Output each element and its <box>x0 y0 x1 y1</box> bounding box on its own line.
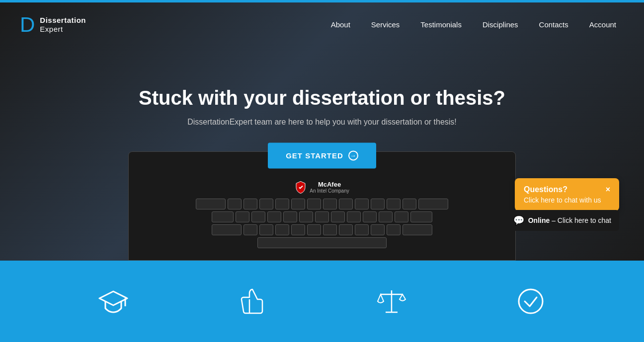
key <box>259 199 273 209</box>
mcafee-name: McAfee <box>310 181 349 188</box>
spacebar-key <box>257 237 387 248</box>
key <box>283 211 297 222</box>
get-started-arrow-icon: → <box>348 150 358 160</box>
key <box>307 224 321 235</box>
chat-online-label: Online <box>528 216 550 224</box>
chat-click-text: Click here to chat <box>558 216 611 224</box>
key <box>363 211 377 222</box>
chat-separator: – <box>550 216 558 224</box>
nav-link-about[interactable]: About <box>323 16 358 33</box>
nav-item-testimonials: Testimonials <box>412 20 470 29</box>
chat-bubble-icon: 💬 <box>513 215 524 226</box>
checkmark-circle-icon <box>515 285 547 317</box>
key <box>355 224 369 235</box>
mcafee-text-block: McAfee An Intel Company <box>310 181 349 194</box>
key <box>236 211 249 222</box>
scales-icon <box>376 285 407 317</box>
key <box>387 199 401 209</box>
key <box>402 224 432 235</box>
key <box>355 199 369 209</box>
key <box>379 211 393 222</box>
nav-item-contacts: Contacts <box>531 20 576 29</box>
key <box>212 224 242 235</box>
chat-popup-title: Questions? <box>524 185 567 194</box>
key <box>410 211 432 222</box>
nav-link-contacts[interactable]: Contacts <box>531 16 576 33</box>
logo-link[interactable]: D Dissertation Expert <box>20 14 86 35</box>
features-section <box>0 261 644 342</box>
key <box>347 211 361 222</box>
key <box>267 211 281 222</box>
chat-popup[interactable]: Questions? × Click here to chat with us <box>515 178 619 211</box>
thumbs-up-icon <box>237 285 268 317</box>
key <box>299 211 313 222</box>
nav-link-disciplines[interactable]: Disciplines <box>475 16 526 33</box>
key <box>331 211 345 222</box>
nav-link-testimonials[interactable]: Testimonials <box>412 16 470 33</box>
key <box>323 199 337 209</box>
nav-item-about: About <box>323 20 358 29</box>
key <box>243 224 257 235</box>
svg-point-6 <box>519 289 543 313</box>
svg-marker-0 <box>99 291 127 305</box>
get-started-button[interactable]: GET STARTED → <box>268 142 376 168</box>
logo-bracket: D <box>20 14 35 35</box>
key <box>307 199 321 209</box>
navbar: D Dissertation Expert About Services Tes… <box>0 2 644 47</box>
hero-title: Stuck with your dissertation or thesis? <box>10 86 634 110</box>
mcafee-shield-icon <box>295 180 307 194</box>
key <box>291 199 305 209</box>
logo-name-top: Dissertation <box>40 16 86 25</box>
key <box>402 199 416 209</box>
key <box>228 199 242 209</box>
feature-item-graduation <box>44 285 183 317</box>
chat-popup-text: Click here to chat with us <box>524 196 610 204</box>
nav-item-account: Account <box>581 20 624 29</box>
feature-item-scales <box>322 285 461 317</box>
key <box>212 211 234 222</box>
key <box>291 224 305 235</box>
hero-subtitle: DissertationExpert team are here to help… <box>10 118 634 127</box>
nav-item-disciplines: Disciplines <box>475 20 526 29</box>
hero-section: D Dissertation Expert About Services Tes… <box>0 2 644 261</box>
logo-text: Dissertation Expert <box>40 16 86 34</box>
logo-name-bottom: Expert <box>40 25 86 34</box>
get-started-label: GET STARTED <box>286 151 343 160</box>
key <box>395 211 408 222</box>
chat-online-text: Online – Click here to chat <box>528 216 611 224</box>
key <box>259 224 273 235</box>
key <box>418 199 448 209</box>
key <box>371 224 385 235</box>
feature-item-checkmark <box>461 285 600 317</box>
nav-links-list: About Services Testimonials Disciplines … <box>323 20 624 29</box>
key <box>339 199 353 209</box>
key <box>387 224 401 235</box>
chat-online-bar[interactable]: 💬 Online – Click here to chat <box>505 210 619 231</box>
chat-popup-header: Questions? × <box>524 185 610 194</box>
key <box>315 211 329 222</box>
nav-link-services[interactable]: Services <box>363 16 408 33</box>
nav-link-account[interactable]: Account <box>581 16 624 33</box>
graduation-cap-icon <box>97 285 129 317</box>
key <box>323 224 337 235</box>
nav-item-services: Services <box>363 20 408 29</box>
key <box>275 224 289 235</box>
key <box>196 199 226 209</box>
key <box>275 199 289 209</box>
chat-popup-close-button[interactable]: × <box>606 185 610 194</box>
feature-item-thumbsup <box>183 285 322 317</box>
key <box>243 199 257 209</box>
key <box>251 211 265 222</box>
key <box>339 224 353 235</box>
mcafee-sub: An Intel Company <box>310 188 349 194</box>
key <box>371 199 385 209</box>
